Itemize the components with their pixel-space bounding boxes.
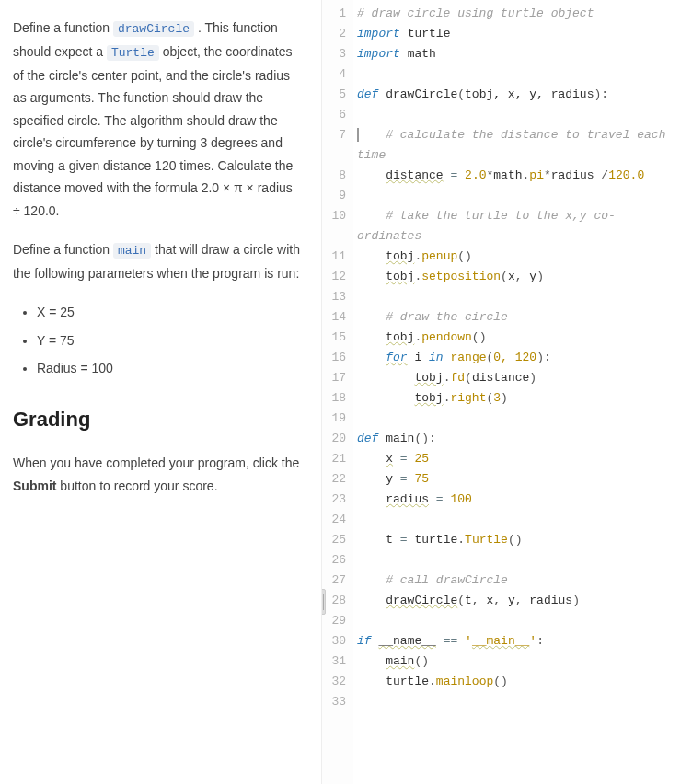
line-number: 20 [322,429,346,449]
code-line[interactable]: # take the turtle to the x,y co- [357,206,692,226]
code-line[interactable]: # call drawCircle [357,571,692,591]
line-number: 27 [322,571,346,591]
code-line[interactable] [357,550,692,571]
line-number: 3 [322,44,346,64]
code-area[interactable]: # draw circle using turtle objectimport … [353,0,692,784]
code-line[interactable]: import turtle [357,24,692,44]
code-line[interactable]: if __name__ == '__main__': [357,631,692,651]
line-number: 18 [322,388,346,409]
code-line-wrap[interactable]: time [357,145,692,166]
line-number: 8 [322,166,346,186]
code-line[interactable]: turtle.mainloop() [357,672,692,692]
line-number-wrap [322,226,346,247]
line-number: 14 [322,307,346,328]
line-number: 16 [322,348,346,368]
line-number: 22 [322,469,346,490]
line-number: 15 [322,328,346,348]
code-line[interactable]: distance = 2.0*math.pi*radius /120.0 [357,166,692,186]
line-number: 7 [322,125,346,145]
line-number: 33 [322,692,346,712]
line-number: 5 [322,85,346,105]
line-number: 11 [322,247,346,267]
code-line[interactable]: import math [357,44,692,64]
line-number: 25 [322,530,346,550]
code-line[interactable]: radius = 100 [357,490,692,510]
code-line[interactable]: t = turtle.Turtle() [357,530,692,550]
code-line[interactable] [357,409,692,429]
text-cursor [357,128,359,142]
code-line[interactable]: tobj.pendown() [357,328,692,348]
instruction-para-1: Define a function drawCircle . This func… [13,17,301,222]
line-number: 21 [322,449,346,469]
line-number: 30 [322,631,346,651]
line-number: 12 [322,267,346,287]
line-number: 19 [322,409,346,429]
instruction-para-3: When you have completed your program, cl… [13,452,301,497]
line-number: 24 [322,510,346,530]
code-line[interactable] [357,692,692,712]
line-number: 4 [322,64,346,85]
line-number: 13 [322,287,346,307]
code-line[interactable]: tobj.penup() [357,247,692,267]
splitter-handle[interactable] [322,589,326,615]
code-line[interactable]: # draw the circle [357,307,692,328]
code-line[interactable]: def drawCircle(tobj, x, y, radius): [357,85,692,105]
code-line[interactable] [357,105,692,125]
line-number: 26 [322,550,346,571]
code-line[interactable]: tobj.fd(distance) [357,368,692,388]
code-editor[interactable]: 1234567891011121314151617181920212223242… [322,0,692,784]
code-line[interactable] [357,186,692,206]
code-line[interactable]: # calculate the distance to travel each [357,125,692,145]
code-line[interactable] [357,611,692,631]
line-number: 10 [322,206,346,226]
code-line[interactable] [357,510,692,530]
line-number: 2 [322,24,346,44]
line-number: 31 [322,651,346,672]
grading-heading: Grading [13,402,301,438]
parameters-list: X = 25 Y = 75 Radius = 100 [24,301,301,380]
code-line[interactable]: y = 75 [357,469,692,490]
code-line[interactable]: tobj.right(3) [357,388,692,409]
submit-text: Submit [13,478,56,493]
code-line-wrap[interactable]: ordinates [357,226,692,247]
list-item: Radius = 100 [37,357,301,380]
line-number-wrap [322,145,346,166]
instructions-panel: Define a function drawCircle . This func… [0,0,322,784]
list-item: X = 25 [37,301,301,324]
code-line[interactable]: def main(): [357,429,692,449]
code-line[interactable]: # draw circle using turtle object [357,4,692,24]
line-number: 32 [322,672,346,692]
line-number: 23 [322,490,346,510]
line-number: 6 [322,105,346,125]
line-number: 9 [322,186,346,206]
line-number: 1 [322,4,346,24]
code-inline-turtle: Turtle [107,45,159,61]
list-item: Y = 75 [37,329,301,352]
code-inline-drawcircle: drawCircle [113,21,194,37]
code-line[interactable] [357,287,692,307]
line-number: 17 [322,368,346,388]
line-gutter: 1234567891011121314151617181920212223242… [322,0,353,784]
code-line[interactable]: for i in range(0, 120): [357,348,692,368]
code-line[interactable]: tobj.setposition(x, y) [357,267,692,287]
code-line[interactable] [357,64,692,85]
instruction-para-2: Define a function main that will draw a … [13,238,301,284]
code-line[interactable]: x = 25 [357,449,692,469]
code-line[interactable]: drawCircle(t, x, y, radius) [357,591,692,611]
code-inline-main: main [113,243,151,259]
line-number: 29 [322,611,346,631]
code-line[interactable]: main() [357,651,692,672]
